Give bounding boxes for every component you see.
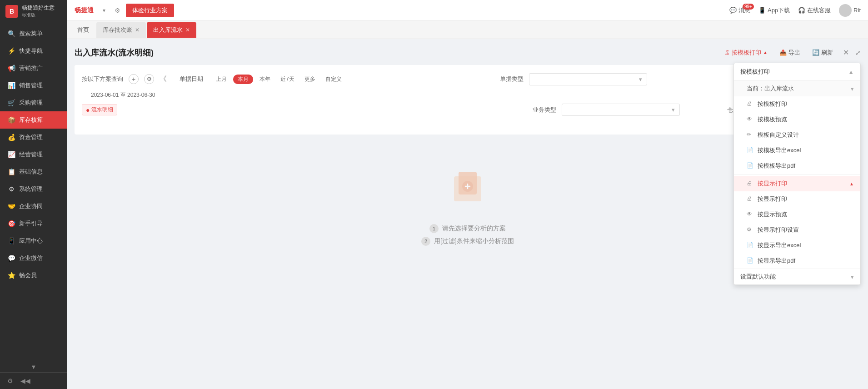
dropdown-item-template-print[interactable]: 🖨 按模板打印 [734,96,860,112]
topbar-gear-icon[interactable]: ⚙ [115,7,120,14]
collapse-sidebar-icon[interactable]: ◀◀ [20,377,30,384]
topbar-dropdown[interactable]: ▾ [99,7,109,14]
date-btn-this-year[interactable]: 本年 [256,75,274,84]
finance-icon: 💰 [7,134,15,141]
sidebar-item-enterprise-wechat[interactable]: 💬 企业微信 [0,249,67,267]
sidebar-item-operations[interactable]: 📈 经营管理 [0,146,67,163]
sidebar-item-sales[interactable]: 📊 销售管理 [0,77,67,94]
search-icon: 🔍 [7,30,15,37]
date-btn-this-month[interactable]: 本月 [233,75,253,84]
display-export-pdf-icon: 📄 [747,257,754,264]
doc-type-label: 单据类型 [500,75,524,83]
sidebar-item-finance[interactable]: 💰 资金管理 [0,129,67,146]
brand-sub: 标准版 [22,12,55,18]
sidebar-item-search[interactable]: 🔍 搜索菜单 [0,25,67,42]
empty-step-2-text: 用[过滤]条件来缩小分析范围 [434,237,514,245]
dropdown-item-display-print[interactable]: 🖨 按显示打印 [734,191,860,207]
topbar-company: 畅捷通 [75,6,94,15]
filter-tag-icon: ● [86,106,90,114]
dropdown-item-display-export-excel[interactable]: 📄 按显示导出excel [734,238,860,253]
online-service-label: 在线客服 [807,6,831,15]
page-actions: 🖨 按模板打印 ▲ 📤 导出 🔄 刷新 ✕ ⤢ 按模板打印 [720,46,861,59]
empty-step-1-text: 请先选择要分析的方案 [442,224,506,233]
sales-icon: 📊 [7,82,15,89]
online-service-btn[interactable]: 🎧 在线客服 [798,6,831,15]
tab-home[interactable]: 首页 [71,22,95,38]
app-logo-icon: B [5,5,18,18]
sidebar-item-marketing[interactable]: 📢 营销推广 [0,60,67,77]
filter-collapse-btn[interactable]: 《 [160,75,167,84]
date-btn-7days[interactable]: 近7天 [277,75,298,84]
dropdown-current[interactable]: 当前：出入库流水 ▾ [734,81,860,96]
filter-settings-btn[interactable]: ⚙ [144,74,154,84]
tab-batch-account[interactable]: 库存批次账 ✕ [96,22,146,38]
template-export-pdf-icon: 📄 [747,162,754,170]
sidebar-item-enterprise[interactable]: 🤝 企业协同 [0,198,67,215]
date-btn-more[interactable]: 更多 [301,75,319,84]
sidebar-item-purchase[interactable]: 🛒 采购管理 [0,94,67,111]
sidebar-item-operations-label: 经营管理 [19,150,43,159]
dropdown-item-template-export-excel[interactable]: 📄 按模板导出excel [734,143,860,158]
dropdown-footer-label: 设置默认功能 [740,273,776,281]
filter-add-btn[interactable]: + [129,74,139,84]
refresh-btn[interactable]: 🔄 刷新 [808,47,837,59]
template-export-excel-label: 按模板导出excel [758,146,801,155]
step-num-1: 1 [429,224,439,233]
messages-btn[interactable]: 💬 消息 99+ [729,6,750,15]
dropdown-collapse-btn[interactable]: ▲ [848,69,854,75]
sidebar-item-guide[interactable]: 🎯 新手引导 [0,215,67,232]
user-avatar-area[interactable]: Rit [839,4,861,17]
dropdown-item-template-preview[interactable]: 👁 按模板预览 [734,112,860,127]
template-print-label: 按模板打印 [758,100,787,108]
quick-nav-icon: ⚡ [7,47,15,55]
business-type-select[interactable]: ▾ [562,104,680,116]
display-print-icon: 🖨 [747,195,754,203]
dropdown-item-display-preview[interactable]: 👁 按显示预览 [734,207,860,222]
tab-inout-flow-close[interactable]: ✕ [185,27,190,33]
print-btn[interactable]: 🖨 按模板打印 ▲ [720,47,771,59]
sidebar-item-system[interactable]: ⚙ 系统管理 [0,180,67,198]
sidebar-item-app-center-label: 应用中心 [19,237,43,245]
date-filter: 上月 本月 本年 近7天 更多 自定义 [212,75,345,84]
export-icon: 📤 [779,49,787,56]
sidebar-scroll-down[interactable]: ▼ [0,362,67,372]
dropdown-current-label: 当前：出入库流水 [747,85,794,93]
export-btn[interactable]: 📤 导出 [776,47,804,59]
display-export-pdf-label: 按显示导出pdf [758,257,795,265]
topbar: 畅捷通 ▾ ⚙ 体验行业方案 💬 消息 99+ 📱 App下载 🎧 在线客服 R [67,0,868,21]
dropdown-item-template-custom[interactable]: ✏ 模板自定义设计 [734,127,860,143]
settings-icon[interactable]: ⚙ [7,377,13,384]
dropdown-item-template-export-pdf[interactable]: 📄 按模板导出pdf [734,158,860,174]
date-btn-custom[interactable]: 自定义 [322,75,345,84]
sidebar-item-inventory-label: 库存核算 [19,116,43,124]
trial-btn[interactable]: 体验行业方案 [126,4,174,17]
sidebar-item-membership[interactable]: ⭐ 畅会员 [0,267,67,284]
tab-inout-flow[interactable]: 出入库流水 ✕ [147,22,196,38]
dropdown-divider-1 [734,175,860,175]
dropdown-footer[interactable]: 设置默认功能 ▾ [734,269,860,284]
date-btn-last-month[interactable]: 上月 [212,75,230,84]
sidebar-nav: 🔍 搜索菜单 ⚡ 快捷导航 📢 营销推广 📊 销售管理 🛒 采购管理 📦 库存核… [0,23,67,362]
operations-icon: 📈 [7,151,15,158]
sidebar-item-inventory[interactable]: 📦 库存核算 [0,111,67,129]
tab-batch-account-close[interactable]: ✕ [135,27,140,33]
sidebar-item-basic[interactable]: 📋 基础信息 [0,163,67,180]
dropdown-item-display-print-section[interactable]: 🖨 按显示打印 ▲ [734,176,860,191]
sidebar-item-app-center[interactable]: 📱 应用中心 [0,232,67,249]
doc-type-select[interactable]: ▾ [529,73,647,85]
user-name: Rit [853,7,861,14]
app-download-btn[interactable]: 📱 App下载 [758,6,790,15]
page-close-btn[interactable]: ✕ [841,46,851,59]
page-expand-btn[interactable]: ⤢ [855,49,861,56]
filter-query-label: 按以下方案查询 [82,75,123,83]
print-label: 按模板打印 [732,49,761,57]
system-icon: ⚙ [7,185,15,193]
template-export-pdf-label: 按模板导出pdf [758,162,795,170]
sidebar-item-quick-nav[interactable]: ⚡ 快捷导航 [0,42,67,60]
dropdown-item-display-export-pdf[interactable]: 📄 按显示导出pdf [734,253,860,269]
template-print-icon: 🖨 [747,100,754,108]
topbar-dropdown-label: ▾ [103,7,105,14]
topbar-brand: 畅捷通 [75,6,94,15]
dropdown-item-display-print-settings[interactable]: ⚙ 按显示打印设置 [734,222,860,238]
display-print-label: 按显示打印 [758,195,787,203]
